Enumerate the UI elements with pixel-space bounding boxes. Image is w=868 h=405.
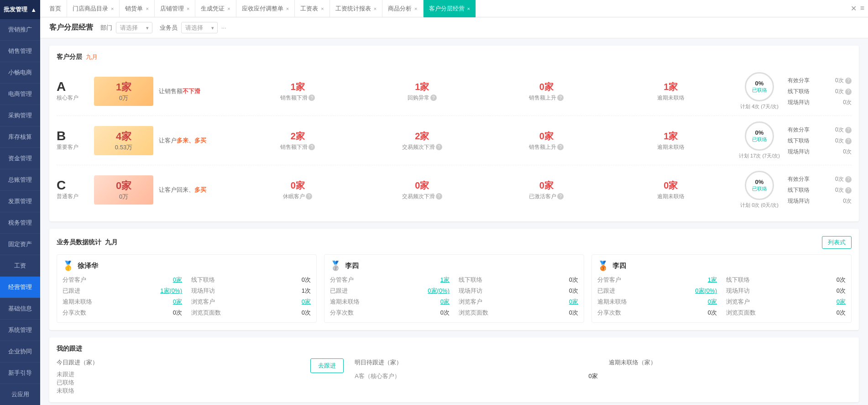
tier-circle-C: 0% 已联络	[745, 171, 774, 200]
staff-name: 徐泽华	[78, 262, 98, 270]
sidebar-item-经营管理[interactable]: 经营管理	[0, 277, 40, 298]
tab-bar: 首页门店商品目录×销货单×店铺管理×生成凭证×应收应付调整单×工资表×工资统计报…	[40, 0, 868, 17]
tab-工资表[interactable]: 工资表×	[295, 0, 329, 17]
tier-row-C: C普通客户0家0万让客户回来、多买 0家 休眠客户? 0家 交易频次下滑? 0家…	[57, 165, 852, 214]
tier-stat-C-休眠客户: 0家 休眠客户?	[237, 179, 358, 200]
info-icon[interactable]: ?	[845, 89, 852, 95]
tier-amount-C: 0万	[119, 193, 128, 201]
staff-select[interactable]: 请选择	[181, 22, 218, 33]
tab-close-工资统计报表[interactable]: ×	[374, 6, 376, 11]
tab-销货单[interactable]: 销货单×	[120, 0, 154, 17]
more-icon[interactable]: ≡	[860, 4, 864, 13]
tier-letter-B: B	[57, 130, 89, 142]
sidebar-item-新手引导[interactable]: 新手引导	[0, 363, 40, 384]
info-icon[interactable]: ?	[557, 193, 564, 200]
tier-circle-A: 0% 已联络	[745, 72, 774, 101]
tab-close-商品分析[interactable]: ×	[414, 6, 417, 11]
tab-应收应付调整单[interactable]: 应收应付调整单×	[236, 0, 295, 17]
staff-stat-浏览页面数: 浏览页面数 0次	[459, 309, 578, 317]
page-title: 客户分层经营	[49, 23, 93, 32]
sidebar-item-系统管理[interactable]: 系统管理	[0, 320, 40, 341]
sidebar-item-发票管理[interactable]: 发票管理	[0, 191, 40, 212]
tier-actions-B: 有效分享0次 ?线下联络0次 ?现场拜访0次	[788, 124, 852, 157]
tab-工资统计报表[interactable]: 工资统计报表×	[330, 0, 382, 17]
staff-stat-分享次数: 分享次数 0次	[330, 309, 450, 317]
sidebar-toggle-icon: ▲	[31, 6, 37, 13]
sidebar-item-销售管理[interactable]: 销售管理	[0, 41, 40, 62]
tier-action-B-线下联络: 线下联络0次 ?	[788, 135, 852, 146]
staff-month: 九月	[105, 238, 118, 247]
tier-actions-A: 有效分享0次 ?线下联络0次 ?现场拜访0次	[788, 75, 852, 108]
tomorrow-row-1: A客（核心客户） 0家	[355, 370, 597, 382]
sidebar-title: 批发管理	[4, 5, 27, 14]
dept-filter: 部门 请选择	[100, 22, 152, 33]
tier-action-C-现场拜访: 现场拜访0次	[788, 195, 852, 206]
info-icon[interactable]: ?	[306, 193, 312, 200]
tier-name-A: 核心客户	[57, 94, 89, 102]
sidebar-item-库存核算[interactable]: 库存核算	[0, 126, 40, 148]
tier-action-B-有效分享: 有效分享0次 ?	[788, 124, 852, 135]
tab-生成凭证[interactable]: 生成凭证×	[195, 0, 236, 17]
tab-close-生成凭证[interactable]: ×	[227, 6, 230, 11]
tier-contact-B: 0% 已联络 计划 17次 (7天/次)	[737, 121, 782, 159]
dept-label: 部门	[100, 24, 112, 32]
tier-circle-B: 0% 已联络	[745, 121, 774, 151]
sidebar-item-企业协同[interactable]: 企业协同	[0, 341, 40, 363]
staff-stat-线下联络: 线下联络 0次	[726, 276, 846, 284]
tab-门店商品目录[interactable]: 门店商品目录×	[67, 0, 120, 17]
info-icon[interactable]: ?	[557, 144, 564, 150]
staff-stat-浏览客户: 浏览客户 0家	[726, 298, 846, 306]
tier-suggestion-C: 让客户回来、多买	[159, 186, 232, 194]
info-icon[interactable]: ?	[845, 78, 852, 84]
sidebar-item-小畅电商[interactable]: 小畅电商	[0, 62, 40, 84]
staff-stat-分管客户: 分管客户 0家	[63, 276, 182, 284]
staff-stat-分管客户: 分管客户 1家	[330, 276, 450, 284]
sidebar-item-资金管理[interactable]: 资金管理	[0, 148, 40, 169]
info-icon[interactable]: ?	[845, 127, 852, 133]
staff-medal: 🥇	[63, 260, 74, 271]
filter-more-icon[interactable]: ···	[221, 24, 226, 31]
sidebar-item-工资[interactable]: 工资	[0, 255, 40, 277]
sidebar-item-总账管理[interactable]: 总账管理	[0, 169, 40, 191]
go-followup-button[interactable]: 去跟进	[310, 358, 344, 373]
sidebar-item-固定资产[interactable]: 固定资产	[0, 234, 40, 255]
tab-close-店铺管理[interactable]: ×	[187, 6, 189, 11]
tier-letter-A: A	[57, 80, 89, 93]
tab-店铺管理[interactable]: 店铺管理×	[155, 0, 195, 17]
tab-close-工资表[interactable]: ×	[321, 6, 324, 11]
info-icon[interactable]: ?	[845, 176, 852, 183]
info-icon[interactable]: ?	[309, 95, 315, 101]
tab-close-应收应付调整单[interactable]: ×	[286, 6, 289, 11]
info-icon[interactable]: ?	[430, 95, 437, 101]
tab-首页[interactable]: 首页	[44, 0, 67, 17]
tab-close-销货单[interactable]: ×	[146, 6, 148, 11]
tab-close-门店商品目录[interactable]: ×	[111, 6, 114, 11]
tab-close-客户分层经营[interactable]: ×	[467, 6, 470, 11]
info-icon[interactable]: ?	[309, 144, 315, 150]
tier-row-A: A核心客户1家0万让销售额不下滑 1家 销售额下滑? 1家 回购异常? 0家 销…	[57, 67, 852, 116]
followup-btn-area: 去跟进	[310, 358, 344, 373]
sidebar-item-电商管理[interactable]: 电商管理	[0, 84, 40, 105]
staff-stat-浏览页面数: 浏览页面数 0次	[191, 309, 311, 317]
sidebar-item-税务管理[interactable]: 税务管理	[0, 212, 40, 234]
sidebar-item-云应用[interactable]: 云应用	[0, 384, 40, 405]
sidebar-header[interactable]: 批发管理 ▲	[0, 0, 40, 19]
info-icon[interactable]: ?	[436, 193, 442, 200]
info-icon[interactable]: ?	[845, 187, 852, 194]
tier-stat-A-销售额上升: 0家 销售额上升?	[486, 81, 607, 102]
tab-商品分析[interactable]: 商品分析×	[382, 0, 423, 17]
tier-letter-C: C	[57, 179, 89, 192]
tier-action-A-线下联络: 线下联络0次 ?	[788, 86, 852, 97]
tier-row-B: B重要客户4家0.53万让客户多来、多买 2家 销售额下滑? 2家 交易频次下滑…	[57, 116, 852, 165]
info-icon[interactable]: ?	[436, 144, 442, 150]
tab-客户分层经营[interactable]: 客户分层经营×	[424, 0, 476, 17]
info-icon[interactable]: ?	[845, 138, 852, 144]
dept-select[interactable]: 请选择	[116, 22, 152, 33]
info-icon[interactable]: ?	[557, 95, 564, 101]
tier-actions-C: 有效分享0次 ?线下联络0次 ?现场拜访0次	[788, 174, 852, 206]
sidebar-item-基础信息[interactable]: 基础信息	[0, 298, 40, 320]
close-all-icon[interactable]: ✕	[851, 4, 857, 13]
sidebar-item-采购管理[interactable]: 采购管理	[0, 105, 40, 126]
list-view-button[interactable]: 列表式	[822, 236, 852, 249]
sidebar-item-营销推广[interactable]: 营销推广	[0, 19, 40, 41]
